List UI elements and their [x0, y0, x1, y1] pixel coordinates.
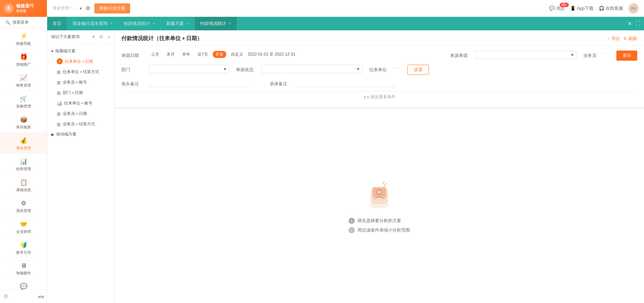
export-button[interactable]: ↑ 导出 [608, 36, 620, 42]
scheme-item-staff-settle[interactable]: ▦ 业务员＋结算方式 [47, 119, 114, 129]
query-button[interactable]: 查询 [616, 51, 637, 61]
voucher-status-select[interactable]: ▾ [261, 65, 362, 73]
sidebar-logo: 6 畅捷通巧 标准版 [0, 0, 47, 17]
date-tab-custom[interactable]: 自定义 [228, 51, 246, 58]
mobile-group-label: 移动端方案 [56, 131, 77, 137]
sidebar-item-finance[interactable]: 💰 资金管理 [0, 133, 47, 154]
scheme-item-company-date[interactable]: ● 往来单位＋日期 [47, 56, 114, 67]
scheme-item-dept-date[interactable]: ▦ 部门＋日期 [47, 88, 114, 98]
tab-home[interactable]: 首页 [47, 17, 67, 30]
tab-close-all-icon[interactable]: ✕ [627, 21, 632, 27]
scheme-group-desktop-title[interactable]: ▾ 电脑端方案 [47, 46, 114, 56]
basic-label: 基础信息 [16, 187, 31, 192]
sidebar-item-sales[interactable]: 📈 销售管理 [0, 70, 47, 91]
collapse-conditions-button[interactable]: ∧∧ 收起更多条件 [363, 94, 395, 100]
body-note-input[interactable] [295, 79, 396, 87]
refresh-label: 刷新 [628, 36, 637, 42]
empty-tip-2: 2 用过滤条件来缩小分析范围 [349, 227, 410, 233]
tab-bank-close[interactable]: × [110, 21, 113, 26]
quick-nav-icon: ⚡ [20, 32, 27, 40]
header-settings-icon[interactable]: ⚙ [86, 5, 90, 11]
operation-icon: 📊 [20, 158, 27, 165]
phone-icon: 📱 [570, 6, 576, 11]
enterprise-icon: 🤝 [20, 220, 27, 228]
avatar-text: Rit [631, 6, 636, 10]
sidebar-item-basic[interactable]: 📋 基础信息 [0, 175, 47, 195]
source-select-arrow: ▾ [571, 52, 574, 57]
date-tab-last-month[interactable]: 上月 [148, 51, 162, 58]
date-filter-content: 上月 本月 本年 近7天 更多 自定义 2022-01-01 至 2022-12… [148, 51, 443, 58]
scheme-item-icon-3: ▦ [57, 90, 61, 95]
tab-receivable-close[interactable]: × [153, 21, 155, 26]
sidebar-item-guide[interactable]: 🔰 新手引导 [0, 237, 47, 258]
footer-collapse-icon[interactable]: ◀◀ [37, 294, 43, 299]
staff-dots[interactable]: ··· [604, 51, 610, 56]
date-tab-more[interactable]: 更多 [213, 51, 226, 58]
sidebar-item-operation[interactable]: 📊 经营管理 [0, 154, 47, 175]
scheme-item-company-account[interactable]: 📊 往来单位＋账号 [47, 98, 114, 109]
scheme-group-mobile-title[interactable]: ▶ 移动端方案 [47, 129, 114, 139]
date-tab-7days[interactable]: 近7天 [195, 51, 211, 58]
finance-label: 资金管理 [16, 146, 31, 151]
wechat-icon: 💬 [20, 283, 27, 290]
tab-new-scheme-label: 新建方案 [166, 21, 184, 27]
dept-select[interactable]: ▾ [148, 65, 229, 73]
tab-payment[interactable]: 付款情况统计 × [195, 17, 237, 30]
header-note-input[interactable] [148, 79, 250, 87]
basic-icon: 📋 [20, 179, 27, 186]
message-button[interactable]: 💬 消息 99+ [549, 5, 565, 11]
scheme-item-staff-date[interactable]: ▦ 业务员＋日期 [47, 109, 114, 119]
tab-receivable[interactable]: 收款情况统计 × [118, 17, 161, 30]
date-tab-this-month[interactable]: 本月 [164, 51, 177, 58]
sidebar-item-purchase[interactable]: 🛒 采购管理 [0, 91, 47, 112]
tab-new-scheme-close[interactable]: × [186, 21, 189, 26]
scheme-collapse-icon[interactable]: « [108, 34, 110, 39]
company-dots[interactable]: ··· [394, 65, 401, 70]
tab-fullscreen-icon[interactable]: ⛶ [635, 21, 641, 27]
sidebar-item-hardware[interactable]: 🖥 智能硬件 [0, 258, 47, 279]
user-avatar[interactable]: Rit [628, 3, 639, 13]
quick-nav-label: 快捷导航 [16, 41, 31, 46]
settings-button[interactable]: 设置 [407, 65, 429, 75]
header-right: 💬 消息 99+ 📱 App下载 🎧 在线客服 Rit [549, 3, 639, 13]
company-label: 往来单位 [369, 65, 388, 73]
sidebar-item-enterprise[interactable]: 🤝 企业协同 [0, 216, 47, 237]
search-label: 搜索菜单 [12, 20, 29, 25]
scheme-item-company-settle[interactable]: ▦ 往来单位＋结算方式 [47, 67, 114, 77]
header-dropdown-icon[interactable]: ▾ [80, 6, 82, 11]
online-service-button[interactable]: 🎧 在线客服 [599, 5, 623, 11]
tab-home-label: 首页 [53, 21, 61, 27]
scheme-item-icon-5: ▦ [57, 111, 61, 116]
source-select[interactable]: ▾ [475, 51, 577, 59]
tab-new-scheme[interactable]: 新建方案 × [161, 17, 195, 30]
date-tab-this-year[interactable]: 本年 [179, 51, 193, 58]
trial-button[interactable]: 体验行业方案 [94, 3, 130, 13]
sales-label: 销售管理 [16, 83, 31, 88]
operation-label: 经营管理 [16, 166, 31, 172]
tab-payment-close[interactable]: × [229, 21, 231, 26]
scheme-settings-icon[interactable]: ⚙ [99, 34, 104, 39]
guide-icon: 🔰 [20, 241, 27, 249]
scheme-item-staff-account[interactable]: ▦ 业务员＋账号 [47, 77, 114, 88]
footer-settings-icon[interactable]: ⚙ [3, 293, 8, 300]
sidebar-item-system[interactable]: ⚙ 系统管理 [0, 195, 47, 216]
tab-bank[interactable]: 现金银行流水查询 × [67, 17, 118, 30]
sidebar-item-quick-nav[interactable]: ⚡ 快捷导航 [0, 28, 47, 49]
sidebar-item-marketing[interactable]: 🎁 营销推广 [0, 49, 47, 70]
tip-num-1: 1 [349, 218, 355, 224]
app-download-button[interactable]: 📱 App下载 [570, 5, 593, 11]
search-menu[interactable]: 🔍 搜索菜单 [0, 17, 47, 28]
tab-bank-label: 现金银行流水查询 [72, 21, 108, 27]
marketing-icon: 🎁 [20, 53, 27, 61]
scheme-item-staff-account-label: 业务员＋账号 [63, 80, 87, 85]
svg-line-7 [384, 183, 387, 185]
system-icon: ⚙ [21, 200, 26, 207]
scheme-item-company-date-label: 往来单位＋日期 [65, 59, 93, 64]
refresh-button[interactable]: ↻ 刷新 [623, 36, 637, 42]
header-left: 资金管理 / ... ▾ ⚙ 体验行业方案 [53, 3, 130, 13]
sidebar-item-inventory[interactable]: 📦 库存核算 [0, 112, 47, 133]
scheme-item-dept-date-label: 部门＋日期 [63, 90, 83, 96]
sidebar-item-wechat[interactable]: 💬 企业微信 [0, 279, 47, 290]
page-actions: ↑ 导出 ↻ 刷新 [608, 36, 638, 42]
scheme-add-icon[interactable]: + [92, 34, 95, 40]
